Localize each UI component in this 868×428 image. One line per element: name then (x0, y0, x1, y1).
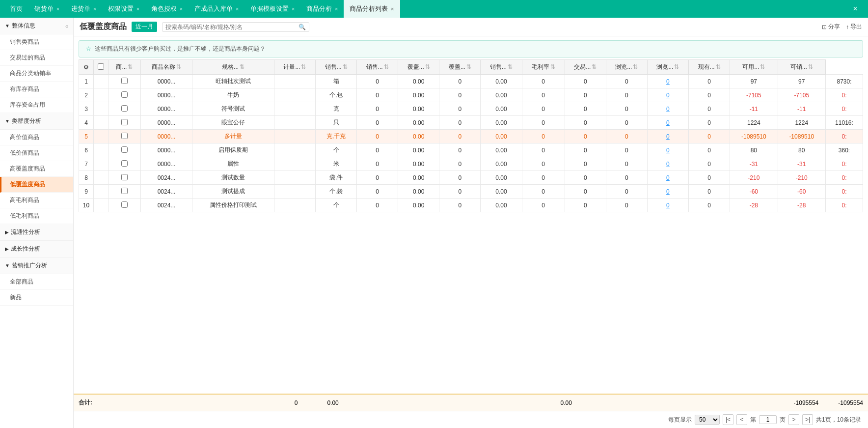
nav-close-templates[interactable]: × (292, 6, 295, 12)
nav-close-analysis-list[interactable]: × (391, 6, 394, 12)
sidebar-section-cluster[interactable]: ▼ 类群度分析 (0, 113, 73, 130)
sidebar-item-low-profit[interactable]: 低毛利商品 (0, 208, 73, 224)
cell-no: 9 (79, 185, 94, 199)
th-current[interactable]: 现有...⇅ (689, 60, 730, 75)
window-close-button[interactable]: × (846, 0, 864, 18)
search-input[interactable] (165, 24, 297, 30)
th-sales3[interactable]: 销售...⇅ (481, 60, 522, 75)
browse-link[interactable]: 0 (666, 133, 670, 140)
nav-item-purchase[interactable]: 进货单 × (65, 0, 102, 18)
nav-item-sales[interactable]: 销货单 × (28, 0, 65, 18)
sidebar-item-low-value[interactable]: 低价值商品 (0, 145, 73, 161)
cell-1 (108, 130, 141, 143)
row-checkbox[interactable] (121, 160, 128, 167)
sidebar-item-high-profit[interactable]: 高毛利商品 (0, 193, 73, 208)
nav-item-analysis[interactable]: 商品分析 × (300, 0, 344, 18)
sidebar-item-traded[interactable]: 交易过的商品 (0, 50, 73, 66)
sidebar-section-overall[interactable]: ▼ 整体信息 « (0, 18, 73, 34)
th-name[interactable]: 商品名称⇅ (140, 60, 192, 75)
row-checkbox[interactable] (121, 201, 128, 208)
sidebar-item-high-value[interactable]: 高价值商品 (0, 130, 73, 145)
per-page-select[interactable]: 50 10 20 100 (695, 415, 720, 425)
last-page-button[interactable]: >| (802, 414, 813, 425)
row-checkbox[interactable] (121, 174, 128, 180)
browse-link[interactable]: 0 (666, 92, 670, 99)
th-gross[interactable]: 毛利率⇅ (522, 60, 565, 75)
select-all-checkbox[interactable] (98, 63, 104, 70)
nav-close-products[interactable]: × (236, 6, 239, 12)
th-usable[interactable]: 可用...⇅ (730, 60, 778, 75)
sidebar-section-marketing[interactable]: ▼ 营销推广分析 (0, 257, 73, 274)
cell-4 (274, 157, 315, 171)
first-page-button[interactable]: |< (723, 414, 733, 425)
row-checkbox[interactable] (121, 105, 128, 112)
nav-close-roles[interactable]: × (180, 6, 183, 12)
th-spec[interactable]: 规格...⇅ (192, 60, 274, 75)
sidebar-section-growth[interactable]: ▶ 成长性分析 (0, 241, 73, 257)
th-checkbox[interactable] (94, 60, 108, 75)
browse-link[interactable]: 0 (666, 147, 670, 154)
browse-link[interactable]: 0 (666, 161, 670, 168)
sidebar: ▼ 整体信息 « 销售类商品 交易过的商品 商品分类动销率 有库存商品 库存资金… (0, 18, 74, 428)
row-checkbox[interactable] (121, 188, 128, 194)
cell-12: 0 (606, 102, 647, 116)
search-icon[interactable]: 🔍 (298, 24, 306, 30)
th-code[interactable]: 商...⇅ (108, 60, 141, 75)
browse-link[interactable]: 0 (666, 119, 670, 126)
row-checkbox[interactable] (121, 78, 128, 84)
nav-close-permissions[interactable]: × (136, 6, 139, 12)
sidebar-section-flow[interactable]: ▶ 流通性分析 (0, 224, 73, 241)
sidebar-item-high-coverage[interactable]: 高覆盖度商品 (0, 161, 73, 177)
nav-item-permissions[interactable]: 权限设置 × (102, 0, 145, 18)
share-button[interactable]: ⊡ 分享 (822, 23, 840, 31)
sidebar-item-stock-capital[interactable]: 库存资金占用 (0, 97, 73, 113)
sidebar-item-new-products[interactable]: 新品 (0, 290, 73, 306)
th-sales-amt[interactable]: 销售...⇅ (357, 60, 398, 75)
sidebar-item-all-products[interactable]: 全部商品 (0, 274, 73, 290)
browse-link[interactable]: 0 (666, 174, 670, 181)
th-sales-qty[interactable]: 销售...⇅ (316, 60, 357, 75)
export-button[interactable]: ↑ 导出 (846, 23, 862, 31)
th-browse1[interactable]: 浏览...⇅ (606, 60, 647, 75)
sidebar-item-in-stock[interactable]: 有库存商品 (0, 82, 73, 97)
sidebar-collapse-icon[interactable]: « (65, 23, 68, 29)
th-gear[interactable]: ⚙ (79, 60, 94, 75)
th-cover1[interactable]: 覆盖...⇅ (398, 60, 439, 75)
browse-link[interactable]: 0 (666, 78, 670, 85)
cell-13: 0 (647, 75, 688, 88)
table-row: 100024...属性价格打印测试个00.0000.0000000-28-280… (79, 199, 863, 212)
row-checkbox[interactable] (121, 133, 128, 139)
cell-4 (274, 185, 315, 199)
cell-10: 0 (522, 75, 565, 88)
th-browse2[interactable]: 浏览...⇅ (647, 60, 688, 75)
nav-close-sales[interactable]: × (56, 6, 59, 12)
prev-page-button[interactable]: < (736, 414, 747, 425)
content-header: 低覆盖度商品 近一月 🔍 ⊡ 分享 ↑ 导出 (74, 18, 868, 36)
nav-item-templates[interactable]: 单据模板设置 × (244, 0, 300, 18)
th-trade[interactable]: 交易...⇅ (565, 60, 606, 75)
browse-link[interactable]: 0 (666, 202, 670, 209)
period-button[interactable]: 近一月 (132, 22, 157, 32)
nav-close-purchase[interactable]: × (93, 6, 96, 12)
row-checkbox[interactable] (121, 146, 128, 153)
arrow-growth-icon: ▶ (5, 246, 9, 252)
row-checkbox[interactable] (121, 91, 128, 98)
sidebar-item-low-coverage[interactable]: 低覆盖度商品 (0, 177, 73, 193)
nav-item-home[interactable]: 首页 (4, 0, 28, 18)
cell-no: 6 (79, 143, 94, 157)
th-cover2[interactable]: 覆盖...⇅ (439, 60, 481, 75)
th-saleable[interactable]: 可销...⇅ (778, 60, 825, 75)
table-container[interactable]: ⚙ 商...⇅ 商品名称⇅ 规格...⇅ 计量...⇅ 销售...⇅ 销售...… (79, 59, 863, 394)
page-input[interactable] (759, 415, 777, 424)
nav-item-analysis-list[interactable]: 商品分析列表 × (344, 0, 400, 18)
next-page-button[interactable]: > (788, 414, 799, 425)
nav-item-products[interactable]: 产成品入库单 × (189, 0, 244, 18)
sidebar-item-sales-products[interactable]: 销售类商品 (0, 34, 73, 50)
row-checkbox[interactable] (121, 119, 128, 125)
sidebar-item-category-rate[interactable]: 商品分类动销率 (0, 66, 73, 82)
browse-link[interactable]: 0 (666, 188, 670, 195)
nav-close-analysis[interactable]: × (335, 6, 338, 12)
browse-link[interactable]: 0 (666, 106, 670, 113)
nav-item-roles[interactable]: 角色授权 × (145, 0, 189, 18)
th-unit[interactable]: 计量...⇅ (274, 60, 315, 75)
